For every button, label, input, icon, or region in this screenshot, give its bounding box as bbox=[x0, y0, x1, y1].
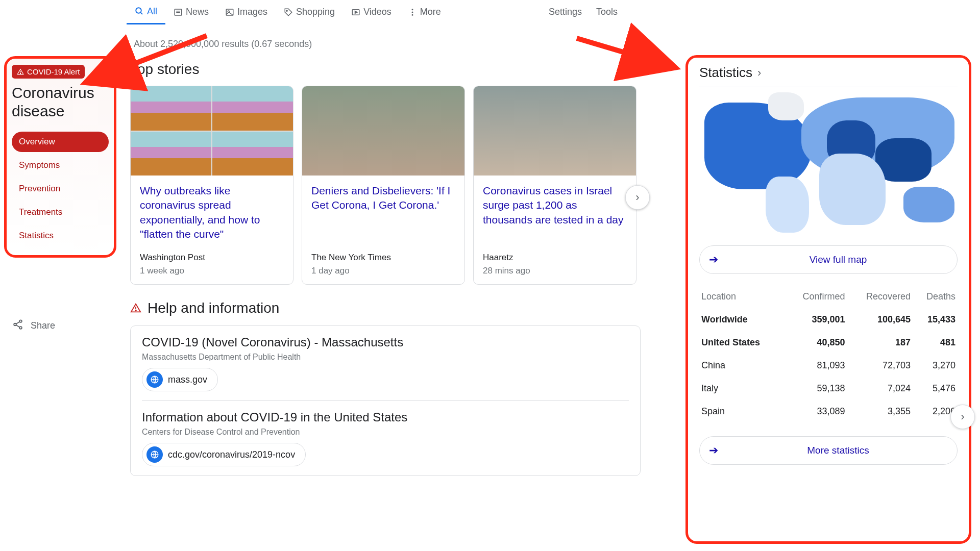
stats-table: Location Confirmed Recovered Deaths Worl… bbox=[699, 285, 958, 423]
cell-deaths: 3,270 bbox=[913, 354, 958, 377]
action-label: View full map bbox=[728, 254, 948, 265]
help-item-sub: Massachusetts Department of Public Healt… bbox=[142, 353, 629, 362]
svg-line-1 bbox=[140, 12, 142, 14]
col-recovered: Recovered bbox=[847, 285, 913, 308]
svg-line-25 bbox=[577, 38, 671, 66]
svg-point-12 bbox=[411, 14, 413, 15]
story-headline: Coronavirus cases in Israel surge past 1… bbox=[483, 184, 627, 242]
tools-link[interactable]: Tools bbox=[596, 7, 618, 17]
cell-recovered: 7,024 bbox=[847, 377, 913, 400]
table-row[interactable]: China 81,093 72,703 3,270 bbox=[699, 354, 958, 377]
cell-confirmed: 359,001 bbox=[784, 308, 847, 331]
tab-images[interactable]: Images bbox=[217, 0, 276, 24]
cell-confirmed: 59,138 bbox=[784, 377, 847, 400]
help-url-pill[interactable]: mass.gov bbox=[142, 368, 218, 391]
settings-link[interactable]: Settings bbox=[549, 7, 582, 17]
tabs-right-group: Settings Tools bbox=[549, 7, 618, 17]
svg-marker-9 bbox=[355, 11, 358, 13]
story-card[interactable]: Deniers and Disbelievers: 'If I Get Coro… bbox=[302, 86, 465, 285]
statistics-title: Statistics bbox=[699, 65, 752, 81]
tab-label: Videos bbox=[363, 7, 391, 17]
tab-videos[interactable]: Videos bbox=[343, 0, 400, 24]
table-row[interactable]: United States 40,850 187 481 bbox=[699, 331, 958, 354]
cell-recovered: 187 bbox=[847, 331, 913, 354]
annotation-arrow-left bbox=[120, 31, 212, 79]
images-icon bbox=[225, 8, 234, 17]
cell-recovered: 72,703 bbox=[847, 354, 913, 377]
sidebar-item-prevention[interactable]: Prevention bbox=[12, 179, 109, 199]
globe-icon bbox=[146, 446, 163, 463]
video-icon bbox=[351, 8, 360, 17]
sidebar-nav: Overview Symptoms Prevention Treatments … bbox=[12, 132, 109, 246]
col-location: Location bbox=[699, 285, 784, 308]
cell-recovered: 100,645 bbox=[847, 308, 913, 331]
story-thumbnail bbox=[474, 86, 636, 176]
story-source: Haaretz bbox=[483, 253, 627, 263]
alert-text: COVID-19 Alert bbox=[27, 67, 80, 76]
covid-alert-badge: COVID-19 Alert bbox=[12, 65, 85, 79]
story-time: 1 day ago bbox=[311, 266, 455, 276]
cell-deaths: 5,476 bbox=[913, 377, 958, 400]
table-row[interactable]: Spain 33,089 3,355 2,206 bbox=[699, 400, 958, 423]
chevron-right-icon: › bbox=[757, 66, 761, 80]
help-item-title: Information about COVID-19 in the United… bbox=[142, 410, 629, 424]
carousel-next-button[interactable]: › bbox=[625, 185, 650, 210]
story-card[interactable]: Why outbreaks like coronavirus spread ex… bbox=[130, 86, 293, 285]
cell-deaths: 15,433 bbox=[913, 308, 958, 331]
action-label: More statistics bbox=[728, 445, 948, 456]
svg-point-10 bbox=[411, 9, 413, 10]
help-heading-text: Help and information bbox=[148, 300, 279, 316]
cell-location: Spain bbox=[699, 400, 784, 423]
cell-confirmed: 81,093 bbox=[784, 354, 847, 377]
tab-all[interactable]: All bbox=[127, 0, 165, 24]
story-thumbnail bbox=[131, 86, 293, 176]
world-map[interactable] bbox=[699, 92, 958, 238]
statistics-panel: Statistics › ➔ View full map Location Co… bbox=[685, 55, 971, 544]
tab-more[interactable]: More bbox=[400, 0, 449, 24]
annotation-arrow-right bbox=[572, 31, 679, 79]
cell-location: Worldwide bbox=[699, 308, 784, 331]
sidebar-item-statistics[interactable]: Statistics bbox=[12, 226, 109, 246]
statistics-header[interactable]: Statistics › bbox=[699, 65, 958, 87]
covid-sidebar-panel: COVID-19 Alert Coronavirus disease Overv… bbox=[4, 56, 116, 258]
help-heading: Help and information bbox=[130, 300, 641, 316]
svg-point-7 bbox=[286, 10, 287, 11]
svg-point-11 bbox=[411, 11, 413, 13]
search-tabs: All News Images Shopping Videos bbox=[0, 0, 980, 24]
warning-icon bbox=[17, 68, 24, 76]
view-full-map-button[interactable]: ➔ View full map bbox=[699, 245, 958, 274]
sidebar-item-treatments[interactable]: Treatments bbox=[12, 202, 109, 222]
sidebar-item-symptoms[interactable]: Symptoms bbox=[12, 155, 109, 176]
chevron-right-icon: › bbox=[961, 410, 964, 423]
cell-location: United States bbox=[699, 331, 784, 354]
share-label: Share bbox=[31, 320, 55, 331]
cell-confirmed: 40,850 bbox=[784, 331, 847, 354]
col-confirmed: Confirmed bbox=[784, 285, 847, 308]
stats-next-button[interactable]: › bbox=[950, 405, 975, 429]
tab-news[interactable]: News bbox=[165, 0, 217, 24]
svg-line-18 bbox=[16, 322, 19, 324]
story-card[interactable]: Coronavirus cases in Israel surge past 1… bbox=[473, 86, 636, 285]
story-headline: Why outbreaks like coronavirus spread ex… bbox=[140, 184, 284, 242]
more-statistics-button[interactable]: ➔ More statistics bbox=[699, 436, 958, 465]
help-url-pill[interactable]: cdc.gov/coronavirus/2019-ncov bbox=[142, 443, 306, 466]
tab-shopping[interactable]: Shopping bbox=[276, 0, 343, 24]
chevron-right-icon: › bbox=[635, 191, 639, 204]
tag-icon bbox=[284, 8, 293, 17]
warning-icon bbox=[130, 303, 141, 314]
tabs-left-group: All News Images Shopping Videos bbox=[127, 0, 449, 24]
news-icon bbox=[174, 8, 183, 17]
sidebar-item-overview[interactable]: Overview bbox=[12, 132, 109, 152]
tab-label: News bbox=[186, 7, 209, 17]
table-row[interactable]: Worldwide 359,001 100,645 15,433 bbox=[699, 308, 958, 331]
table-row[interactable]: Italy 59,138 7,024 5,476 bbox=[699, 377, 958, 400]
search-icon bbox=[135, 7, 144, 16]
arrow-right-icon: ➔ bbox=[709, 253, 721, 266]
help-item: Information about COVID-19 in the United… bbox=[142, 400, 629, 466]
sidebar-title: Coronavirus disease bbox=[12, 84, 109, 120]
story-source: The New York Times bbox=[311, 253, 455, 263]
story-headline: Deniers and Disbelievers: 'If I Get Coro… bbox=[311, 184, 455, 242]
more-dots-icon bbox=[408, 8, 417, 17]
svg-point-0 bbox=[136, 8, 141, 13]
share-button[interactable]: Share bbox=[12, 319, 55, 333]
